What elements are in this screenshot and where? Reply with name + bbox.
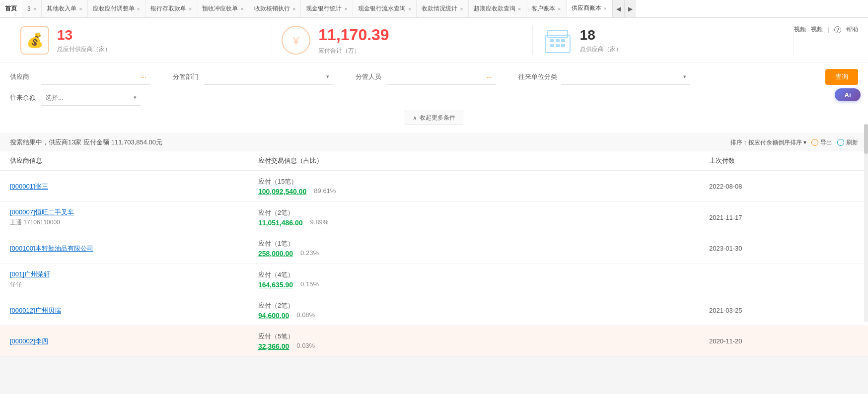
person-label: 分管人员: [356, 72, 383, 81]
supplier-link-5[interactable]: [000012]广州贝瑞: [10, 306, 258, 315]
search-button[interactable]: 查询: [825, 69, 858, 85]
nav-right-arrow[interactable]: ▶: [624, 0, 636, 18]
sort-select[interactable]: 排序：按应付余额倒序排序 ▾: [730, 138, 806, 147]
close-tab-3[interactable]: ×: [33, 6, 36, 12]
balance-input[interactable]: [41, 92, 134, 103]
supplier-link-2[interactable]: [000007]恒旺二手叉车: [10, 208, 258, 217]
svg-rect-7: [556, 39, 560, 42]
dept-label: 分管部门: [173, 72, 200, 81]
summary-card-payable-suppliers: 💰 13 总应付供应商（家）: [10, 25, 271, 55]
ai-assistant-button[interactable]: Ai: [835, 88, 861, 101]
top-navigation: 首页 3 × 其他收入单 × 应收应付调整单 × 银行存取款单 × 预收冲应收单…: [0, 0, 868, 18]
close-supplier-ledger[interactable]: ×: [604, 5, 607, 11]
refresh-label: 刷新: [846, 138, 858, 147]
trans-label-3: 应付（1笔）: [258, 239, 709, 248]
col-header-last-payment: 上次付数: [709, 156, 858, 165]
close-ar-ap-adjust[interactable]: ×: [137, 6, 140, 12]
help-label[interactable]: 帮助: [846, 25, 858, 34]
refresh-button[interactable]: 刷新: [837, 138, 858, 147]
nav-tab-overdue-ar[interactable]: 超期应收款查询 ×: [469, 0, 526, 18]
nav-tab-cash-bank-stat[interactable]: 现金银行统计 ×: [301, 0, 353, 18]
nav-tab-other-income[interactable]: 其他收入单 ×: [42, 0, 87, 18]
person-ellipsis-icon[interactable]: ···: [486, 73, 492, 81]
svg-rect-5: [548, 30, 568, 38]
total-suppliers-label: 总供应商（家）: [580, 45, 622, 54]
scrollbar-thumb[interactable]: [864, 124, 868, 154]
filter-balance: 往来余额 ▾: [10, 90, 141, 106]
supplier-ellipsis-icon[interactable]: ···: [141, 73, 146, 81]
trans-amount-3[interactable]: 258,000.00: [258, 250, 293, 258]
nav-tab-3[interactable]: 3 ×: [22, 0, 42, 18]
separator: |: [828, 26, 829, 33]
trans-amount-4[interactable]: 164,635.90: [258, 281, 293, 289]
balance-chevron-icon[interactable]: ▾: [134, 94, 137, 101]
supplier-sub-4: 仔仔: [10, 280, 258, 289]
video-link[interactable]: 视频: [794, 25, 806, 34]
nav-tab-receipt-stat[interactable]: 收款情况统计 ×: [417, 0, 468, 18]
nav-tab-customer-ledger[interactable]: 客户账本 ×: [526, 0, 566, 18]
table-row: [000001]张三 应付（15笔） 100,092,540.00 89.61%…: [0, 171, 868, 202]
close-cash-bank-stat[interactable]: ×: [344, 6, 347, 12]
filter-row-2: 往来余额 ▾: [10, 90, 858, 106]
trans-amount-1[interactable]: 100,092,540.00: [258, 188, 306, 196]
person-input[interactable]: [387, 71, 486, 82]
close-prepaid-offset[interactable]: ×: [240, 6, 243, 12]
svg-text:¥: ¥: [292, 35, 299, 47]
transaction-info-3: 应付（1笔） 258,000.00 0.23%: [258, 239, 709, 258]
dept-input[interactable]: [204, 71, 326, 82]
summary-card-total-suppliers: 18 总供应商（家）: [533, 25, 794, 55]
collapse-chevron-icon: ∧: [413, 115, 417, 122]
close-customer-ledger[interactable]: ×: [558, 6, 561, 12]
table-row: [000002]李四 应付（5笔） 32,366.00 0.03% 2020-1…: [0, 326, 868, 357]
close-overdue-ar[interactable]: ×: [518, 6, 521, 12]
close-bank-deposit[interactable]: ×: [189, 6, 192, 12]
nav-left-arrow[interactable]: ◀: [612, 0, 624, 18]
customer-ledger-label: 客户账本: [531, 4, 555, 13]
nav-tab-supplier-ledger[interactable]: 供应商账本 ×: [567, 0, 612, 18]
close-receipt-verify[interactable]: ×: [292, 6, 295, 12]
cash-bank-stat-label: 现金银行统计: [306, 4, 342, 13]
filter-category: 往来单位分类 ▾: [518, 69, 690, 85]
trans-amount-6[interactable]: 32,366.00: [258, 342, 289, 350]
close-cash-bank-flow[interactable]: ×: [408, 6, 411, 12]
trans-amount-2[interactable]: 11,051,486.00: [258, 219, 303, 227]
last-payment-5: 2021-03-25: [709, 307, 858, 314]
trans-percent-1: 89.61%: [314, 187, 336, 195]
trans-percent-6: 0.03%: [296, 342, 315, 349]
last-payment-6: 2020-11-20: [709, 337, 858, 345]
nav-tab-prepaid-offset[interactable]: 预收冲应收单 ×: [197, 0, 249, 18]
table-row: [000007]恒旺二手叉车 王通 17106110000 应付（2笔） 11,…: [0, 202, 868, 233]
supplier-ledger-label: 供应商账本: [572, 4, 601, 12]
category-input-group: ▾: [561, 69, 690, 85]
export-button[interactable]: 导出: [811, 138, 832, 147]
nav-tab-bank-deposit[interactable]: 银行存取款单 ×: [145, 0, 197, 18]
table-row: [001]广州荣轩 仔仔 应付（4笔） 164,635.90 0.15%: [0, 264, 868, 295]
close-receipt-stat[interactable]: ×: [460, 6, 463, 12]
trans-label-2: 应付（2笔）: [258, 208, 709, 217]
nav-tab-home[interactable]: 首页: [0, 0, 22, 18]
sort-chevron-icon: ▾: [803, 139, 806, 146]
nav-tab-receipt-verify[interactable]: 收款核销执行 ×: [249, 0, 301, 18]
supplier-input[interactable]: [41, 71, 141, 82]
last-payment-1: 2022-08-08: [709, 183, 858, 190]
collapse-button[interactable]: ∧ 收起更多条件: [405, 111, 463, 125]
supplier-link-1[interactable]: [000001]张三: [10, 182, 258, 191]
nav-tab-ar-ap-adjust[interactable]: 应收应付调整单 ×: [88, 0, 145, 18]
tab-3-label: 3: [27, 5, 31, 12]
total-suppliers-num: 18: [580, 27, 622, 44]
dept-chevron-icon[interactable]: ▾: [326, 73, 329, 80]
category-chevron-icon[interactable]: ▾: [683, 73, 686, 80]
supplier-link-6[interactable]: [000002]李四: [10, 337, 258, 346]
supplier-link-3[interactable]: [000100]本特勤油品有限公司: [10, 244, 258, 253]
category-input[interactable]: [561, 71, 683, 82]
payable-suppliers-icon: 💰: [20, 25, 50, 55]
help-circle-icon: ?: [834, 26, 841, 33]
supplier-link-4[interactable]: [001]广州荣轩: [10, 270, 258, 279]
trans-amount-5[interactable]: 94,600.00: [258, 312, 289, 320]
nav-tab-cash-bank-flow[interactable]: 现金银行流水查询 ×: [353, 0, 417, 18]
supplier-info-5: [000012]广州贝瑞: [10, 306, 258, 315]
prepaid-offset-label: 预收冲应收单: [202, 4, 238, 13]
video-label[interactable]: 视频: [811, 25, 823, 34]
right-actions: 排序：按应付余额倒序排序 ▾ 导出 刷新: [730, 138, 858, 147]
close-other-income[interactable]: ×: [79, 6, 82, 12]
